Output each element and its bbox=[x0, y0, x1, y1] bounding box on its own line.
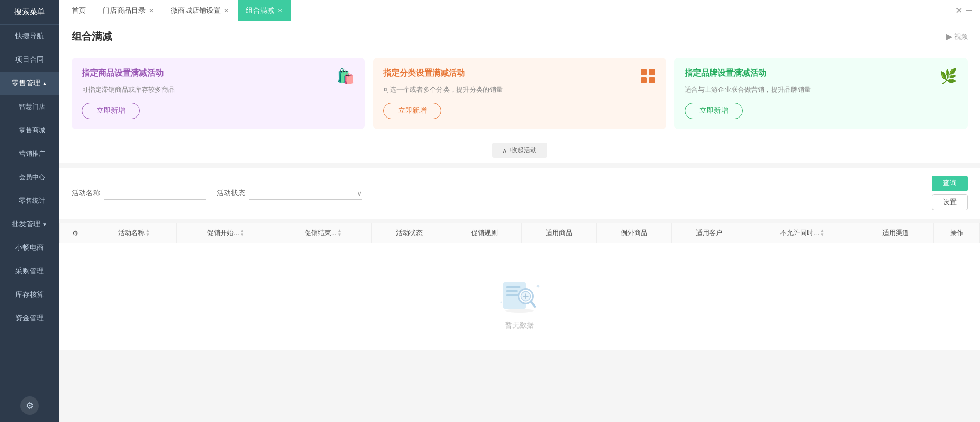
collapse-label: 收起活动 bbox=[510, 146, 537, 155]
svg-rect-2 bbox=[641, 77, 647, 83]
sidebar-settings[interactable]: ⚙ bbox=[0, 389, 59, 422]
svg-rect-0 bbox=[641, 69, 647, 75]
setting-button[interactable]: 设置 bbox=[932, 194, 968, 210]
sidebar-item-label: 采购管理 bbox=[15, 267, 44, 276]
svg-rect-3 bbox=[649, 77, 655, 83]
filter-name-label: 活动名称 bbox=[72, 189, 100, 198]
tab-bar: 首页 门店商品目录 ✕ 微商城店铺设置 ✕ 组合满减 ✕ ✕ ─ bbox=[59, 0, 980, 21]
tab-label: 微商城店铺设置 bbox=[171, 6, 221, 15]
empty-state: 暂无数据 bbox=[60, 243, 980, 350]
sidebar-item-label: 零售管理 bbox=[12, 79, 40, 88]
col-applicable-channel: 适用渠道 bbox=[858, 223, 933, 243]
sidebar-item-marketing[interactable]: 营销推广 bbox=[0, 142, 59, 166]
sidebar-item-purchase-mgmt[interactable]: 采购管理 bbox=[0, 260, 59, 283]
col-label: 适用客户 bbox=[696, 229, 722, 237]
svg-rect-6 bbox=[506, 286, 521, 288]
sidebar-item-label: 营销推广 bbox=[19, 149, 45, 158]
col-label: 适用渠道 bbox=[882, 229, 909, 237]
add-brand-activity-button[interactable]: 立即新增 bbox=[685, 103, 743, 119]
close-window-button[interactable]: ✕ bbox=[955, 6, 962, 15]
card-product-icon: 🛍️ bbox=[337, 68, 355, 85]
close-icon[interactable]: ✕ bbox=[224, 7, 229, 14]
sidebar-item-retail-mgmt[interactable]: 零售管理 ▲ bbox=[0, 72, 59, 95]
filter-actions: 查询 设置 bbox=[932, 176, 968, 210]
sidebar-item-project-contract[interactable]: 项目合同 bbox=[0, 48, 59, 72]
tab-label: 首页 bbox=[72, 6, 86, 15]
svg-point-15 bbox=[500, 301, 502, 303]
col-label: 促销结束... bbox=[305, 228, 337, 238]
activity-cards: 指定商品设置满减活动 🛍️ 可指定滞销商品或库存较多商品 立即新增 指定分类设置… bbox=[59, 50, 980, 137]
sidebar-item-quick-nav[interactable]: 快捷导航 bbox=[0, 25, 59, 48]
tab-store-catalog[interactable]: 门店商品目录 ✕ bbox=[95, 0, 162, 21]
play-icon: ▶ bbox=[946, 32, 952, 41]
col-no-concurrent[interactable]: 不允许同时... ▲▼ bbox=[746, 223, 858, 243]
page-title: 组合满减 bbox=[72, 30, 112, 43]
tab-label: 门店商品目录 bbox=[103, 6, 146, 15]
sidebar-item-label: 小畅电商 bbox=[15, 243, 44, 252]
tab-home[interactable]: 首页 bbox=[63, 0, 95, 21]
tab-label: 组合满减 bbox=[246, 6, 274, 15]
sidebar-item-label: 资金管理 bbox=[15, 314, 44, 323]
video-link[interactable]: ▶ 视频 bbox=[946, 32, 968, 41]
svg-rect-7 bbox=[506, 290, 518, 292]
svg-point-4 bbox=[505, 309, 534, 313]
content-area: 组合满减 ▶ 视频 指定商品设置满减活动 🛍️ 可指定滞销商品或库存较多商品 立… bbox=[59, 21, 980, 422]
col-promo-start[interactable]: 促销开始... ▲▼ bbox=[177, 223, 274, 243]
sidebar-item-retail-mall[interactable]: 零售商城 bbox=[0, 119, 59, 142]
sidebar-item-xiaochangec[interactable]: 小畅电商 bbox=[0, 236, 59, 260]
sidebar: 搜索菜单 快捷导航 项目合同 零售管理 ▲ 智慧门店 零售商城 营销推广 会员中… bbox=[0, 0, 59, 422]
main-area: 首页 门店商品目录 ✕ 微商城店铺设置 ✕ 组合满减 ✕ ✕ ─ 组合满减 ▶ … bbox=[59, 0, 980, 422]
col-label: 活动名称 bbox=[118, 228, 145, 238]
col-label: 不允许同时... bbox=[780, 228, 819, 238]
search-menu-label: 搜索菜单 bbox=[14, 7, 45, 16]
sidebar-item-label: 库存核算 bbox=[15, 290, 44, 299]
col-applicable-customer: 适用客户 bbox=[671, 223, 746, 243]
add-category-activity-button[interactable]: 立即新增 bbox=[383, 103, 441, 119]
sidebar-item-inventory[interactable]: 库存核算 bbox=[0, 283, 59, 307]
sidebar-item-retail-stats[interactable]: 零售统计 bbox=[0, 189, 59, 213]
tab-wechat-store[interactable]: 微商城店铺设置 ✕ bbox=[162, 0, 238, 21]
query-button[interactable]: 查询 bbox=[932, 176, 968, 191]
window-controls: ✕ ─ bbox=[951, 6, 976, 15]
sidebar-item-label: 会员中心 bbox=[19, 173, 45, 182]
col-name[interactable]: 活动名称 ▲▼ bbox=[91, 223, 177, 243]
col-status: 活动状态 bbox=[372, 223, 447, 243]
chevron-up-icon: ∧ bbox=[502, 147, 507, 154]
card-title: 指定品牌设置满减活动 bbox=[685, 68, 958, 79]
col-promo-end[interactable]: 促销结束... ▲▼ bbox=[274, 223, 372, 243]
collapse-activity-button[interactable]: ∧ 收起活动 bbox=[492, 143, 547, 158]
sort-arrows-icon: ▲▼ bbox=[240, 229, 244, 237]
add-product-activity-button[interactable]: 立即新增 bbox=[82, 103, 140, 119]
sidebar-item-label: 智慧门店 bbox=[19, 102, 45, 111]
collapse-bar: ∧ 收起活动 bbox=[59, 137, 980, 163]
svg-rect-1 bbox=[649, 69, 655, 75]
tab-combo-discount[interactable]: 组合满减 ✕ bbox=[238, 0, 291, 21]
card-desc: 适合与上游企业联合做营销，提升品牌销量 bbox=[685, 85, 958, 95]
sidebar-item-label: 项目合同 bbox=[15, 55, 44, 64]
col-settings[interactable]: ⚙ bbox=[60, 223, 91, 243]
sidebar-item-label: 零售商城 bbox=[19, 126, 45, 135]
minimize-window-button[interactable]: ─ bbox=[966, 6, 972, 15]
activity-status-select[interactable]: ∨ bbox=[249, 187, 362, 200]
sidebar-item-label: 零售统计 bbox=[19, 196, 45, 205]
sidebar-item-wholesale-mgmt[interactable]: 批发管理 ▼ bbox=[0, 213, 59, 236]
sidebar-item-member-center[interactable]: 会员中心 bbox=[0, 166, 59, 189]
card-desc: 可指定滞销商品或库存较多商品 bbox=[82, 85, 355, 95]
svg-point-14 bbox=[537, 285, 540, 288]
sidebar-item-smart-store[interactable]: 智慧门店 bbox=[0, 95, 59, 119]
svg-rect-8 bbox=[506, 294, 520, 296]
product-activity-card: 指定商品设置满减活动 🛍️ 可指定滞销商品或库存较多商品 立即新增 bbox=[72, 58, 365, 129]
filter-name-group: 活动名称 bbox=[72, 187, 206, 200]
col-label: 促销规则 bbox=[471, 229, 498, 237]
gear-icon-container[interactable]: ⚙ bbox=[20, 396, 39, 415]
sidebar-item-finance-mgmt[interactable]: 资金管理 bbox=[0, 307, 59, 330]
close-icon[interactable]: ✕ bbox=[277, 7, 283, 14]
col-applicable-goods: 适用商品 bbox=[522, 223, 597, 243]
sidebar-search[interactable]: 搜索菜单 bbox=[0, 0, 59, 25]
empty-illustration bbox=[494, 274, 545, 315]
settings-icon: ⚙ bbox=[72, 229, 78, 237]
sidebar-item-label: 快捷导航 bbox=[15, 32, 44, 41]
activity-name-input[interactable] bbox=[104, 187, 206, 200]
close-icon[interactable]: ✕ bbox=[149, 7, 154, 14]
col-promo-rule: 促销规则 bbox=[447, 223, 522, 243]
